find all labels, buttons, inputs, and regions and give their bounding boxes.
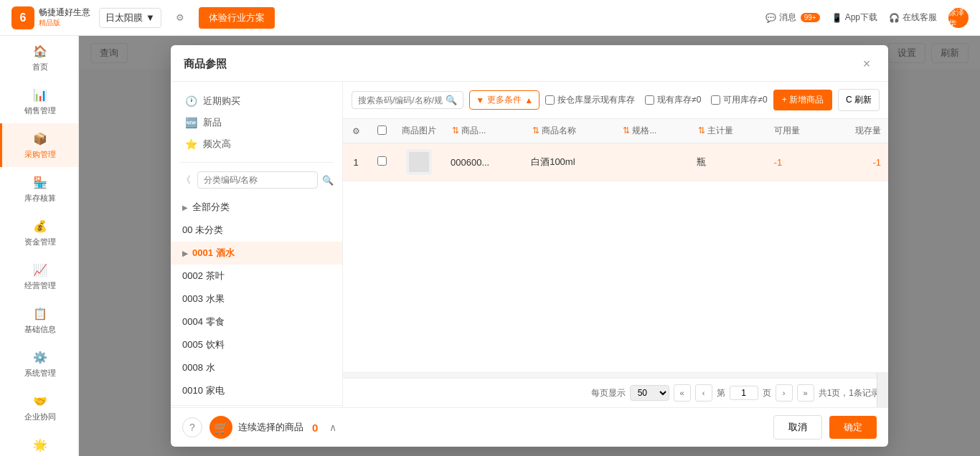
cat-item-0004[interactable]: 0004 零食 xyxy=(171,310,342,333)
sidebar-item-home[interactable]: 🏠 首页 xyxy=(0,36,78,80)
sidebar-label-base: 基础信息 xyxy=(24,324,56,335)
check-available-label[interactable]: 可用库存≠0 xyxy=(711,94,767,106)
sales-icon: 📊 xyxy=(32,87,48,103)
row-unit: 瓶 xyxy=(689,143,767,181)
per-page-select[interactable]: 50 20 100 xyxy=(630,385,669,401)
check-warehouse-label[interactable]: 按仓库显示现有库存 xyxy=(545,94,635,106)
sidebar-item-sales[interactable]: 📊 销售管理 xyxy=(0,80,78,123)
row-name: 白酒100ml xyxy=(524,143,614,181)
dialog-overlay: 商品参照 × 🕐 近期购买 🆕 xyxy=(79,36,980,456)
th-available: 可用量 xyxy=(767,119,828,143)
category-search-input[interactable] xyxy=(197,171,318,189)
dialog-close-btn[interactable]: × xyxy=(858,55,875,72)
check-stock-label[interactable]: 现有库存≠0 xyxy=(645,94,701,106)
first-page-btn[interactable]: « xyxy=(674,384,691,402)
category-search-icon[interactable]: 🔍 xyxy=(322,175,334,186)
table-row[interactable]: 1 xyxy=(343,143,888,181)
th-name[interactable]: ⇅ 商品名称 xyxy=(524,119,614,143)
sidebar-label-collab: 企业协同 xyxy=(24,412,56,422)
th-checkbox[interactable] xyxy=(369,119,395,143)
sidebar-item-operation[interactable]: 📈 经营管理 xyxy=(0,255,78,298)
logo-text: 畅捷通好生意 xyxy=(39,7,90,19)
sidebar-item-collab[interactable]: 🤝 企业协同 xyxy=(0,386,78,429)
help-btn[interactable]: ? xyxy=(182,417,202,437)
th-settings[interactable]: ⚙ xyxy=(343,119,369,143)
right-panel: 🔍 ▼ 更多条件 ▲ 按仓库显示现有库存 xyxy=(343,82,888,407)
sidebar-item-system[interactable]: ⚙️ 系统管理 xyxy=(0,342,78,386)
sidebar-label-purchase: 采购管理 xyxy=(24,149,56,160)
row-checkbox-cell[interactable] xyxy=(369,143,395,181)
last-page-btn[interactable]: » xyxy=(797,384,814,402)
dialog-body: 🕐 近期购买 🆕 新品 ⭐ 频次高 xyxy=(171,82,888,407)
gear-button[interactable]: ⚙ xyxy=(170,8,190,28)
dialog-title: 商品参照 xyxy=(184,57,227,71)
chevron-down-icon: ▼ xyxy=(146,12,155,23)
quick-link-new[interactable]: 🆕 新品 xyxy=(179,112,334,133)
row-code: 000600... xyxy=(443,143,524,181)
sidebar-item-guide[interactable]: 🌟 新手引导 xyxy=(0,429,78,456)
sidebar-item-purchase[interactable]: 📦 采购管理 xyxy=(0,123,78,167)
page-total: 共1页，1条记录 xyxy=(819,387,880,399)
online-service-btn[interactable]: 🎧 在线客服 xyxy=(889,11,937,24)
check-available-input[interactable] xyxy=(711,95,720,105)
check-warehouse-input[interactable] xyxy=(545,95,555,105)
sidebar: 🏠 首页 📊 销售管理 📦 采购管理 🏪 库存核算 💰 资金管理 📈 经营管理 … xyxy=(0,36,79,456)
system-icon: ⚙️ xyxy=(32,349,48,365)
row-available: -1 xyxy=(767,143,828,181)
prev-page-btn[interactable]: ‹ xyxy=(695,384,712,402)
user-menu[interactable]: 徐泽华 xyxy=(948,8,969,28)
sidebar-item-inventory[interactable]: 🏪 库存核算 xyxy=(0,167,78,211)
th-code[interactable]: ⇅ 商品... xyxy=(443,119,524,143)
page-suffix-label: 页 xyxy=(763,387,771,399)
sidebar-label-inventory: 库存核算 xyxy=(24,193,56,204)
th-stock: 现存量 xyxy=(827,119,888,143)
finance-icon: 💰 xyxy=(32,218,48,234)
dialog-header: 商品参照 × xyxy=(171,45,888,82)
page-number-input[interactable] xyxy=(730,386,758,400)
messages-btn[interactable]: 💬 消息 99+ xyxy=(765,11,820,24)
refresh-btn[interactable]: C 刷新 xyxy=(838,89,880,111)
cat-item-all[interactable]: ▶ 全部分类 xyxy=(171,196,342,219)
th-unit[interactable]: ⇅ 主计量 xyxy=(689,119,767,143)
cancel-btn[interactable]: 取消 xyxy=(773,415,822,440)
next-page-btn[interactable]: › xyxy=(776,384,793,402)
app-download-btn[interactable]: 📱 App下载 xyxy=(831,11,877,24)
topnav: 6 畅捷通好生意 精品版 日太阳膜 ▼ ⚙ 体验行业方案 💬 消息 99+ 📱 … xyxy=(0,0,980,36)
th-image: 商品图片 xyxy=(395,119,443,143)
cart-icon[interactable]: 🛒 xyxy=(209,416,232,439)
cat-item-00[interactable]: 00 未分类 xyxy=(171,219,342,242)
cat-item-0005[interactable]: 0005 饮料 xyxy=(171,333,342,356)
product-search-input[interactable] xyxy=(358,95,443,105)
filter-btn[interactable]: ▼ 更多条件 ▲ xyxy=(469,90,540,110)
home-icon: 🏠 xyxy=(32,43,48,59)
quick-link-frequent[interactable]: ⭐ 频次高 xyxy=(179,133,334,155)
cat-item-0003[interactable]: 0003 水果 xyxy=(171,288,342,310)
footer-collapse-btn[interactable]: ∧ xyxy=(326,419,339,436)
table-header: ⚙ 商品图片 ⇅ 商品... ⇅ 商品名称 xyxy=(343,119,888,143)
filter-collapse-icon: ▲ xyxy=(524,95,533,105)
collapse-left-btn[interactable]: 《 xyxy=(179,173,193,187)
cat-arrow-0001: ▶ xyxy=(182,250,188,257)
toolbar-row: 🔍 ▼ 更多条件 ▲ 按仓库显示现有库存 xyxy=(343,82,888,119)
sidebar-item-finance[interactable]: 💰 资金管理 xyxy=(0,211,78,255)
cat-item-0002[interactable]: 0002 茶叶 xyxy=(171,265,342,288)
store-selector[interactable]: 日太阳膜 ▼ xyxy=(99,8,161,28)
add-product-btn[interactable]: + 新增商品 xyxy=(773,90,832,110)
search-icon[interactable]: 🔍 xyxy=(446,95,457,105)
quick-link-recent[interactable]: 🕐 近期购买 xyxy=(179,90,334,112)
check-stock-input[interactable] xyxy=(645,95,654,105)
row-spec xyxy=(614,143,689,181)
product-search-bar: 🔍 xyxy=(352,91,463,109)
experience-btn[interactable]: 体验行业方案 xyxy=(199,7,275,29)
cat-item-0001[interactable]: ▶ 0001 酒水 xyxy=(171,242,342,265)
main-layout: 🏠 首页 📊 销售管理 📦 采购管理 🏪 库存核算 💰 资金管理 📈 经营管理 … xyxy=(0,36,980,456)
confirm-btn[interactable]: 确定 xyxy=(829,416,877,439)
row-checkbox[interactable] xyxy=(377,156,387,166)
cat-item-0010[interactable]: 0010 家电 xyxy=(171,379,342,402)
cat-item-0008[interactable]: 0008 水 xyxy=(171,356,342,379)
select-all-checkbox[interactable] xyxy=(377,125,387,135)
sidebar-item-base[interactable]: 📋 基础信息 xyxy=(0,298,78,342)
th-spec[interactable]: ⇅ 规格... xyxy=(614,119,689,143)
filter-checkboxes: 按仓库显示现有库存 现有库存≠0 可用库存≠0 xyxy=(545,94,768,106)
messages-badge: 99+ xyxy=(801,13,820,22)
